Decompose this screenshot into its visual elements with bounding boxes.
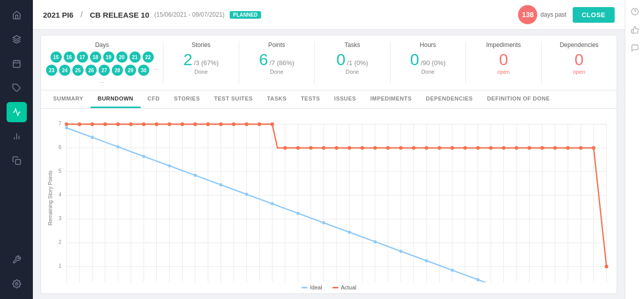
ideal-dot <box>65 126 68 129</box>
ideal-dot <box>451 269 454 272</box>
header: 2021 PI6 / CB RELEASE 10 (15/06/2021 - 0… <box>33 0 625 30</box>
wrench-icon[interactable] <box>7 250 27 270</box>
comment-icon[interactable] <box>627 40 642 56</box>
points-value: 6 <box>259 52 268 68</box>
actual-dot <box>373 146 377 150</box>
days-row-1: 15 16 17 18 19 20 21 22 <box>51 52 154 63</box>
ideal-dot <box>477 278 480 281</box>
tab-definition-of-done[interactable]: DEFINITION OF DONE <box>480 90 557 108</box>
actual-dot <box>142 122 146 126</box>
ideal-legend-label: Ideal <box>310 284 322 290</box>
right-sidebar <box>625 0 644 299</box>
tab-cfd[interactable]: CFD <box>141 90 167 108</box>
days-ellipsis: ... <box>100 78 104 84</box>
ideal-dot <box>271 202 274 205</box>
actual-dot <box>155 122 158 126</box>
actual-dot <box>103 122 107 126</box>
thumbs-up-icon[interactable] <box>627 22 642 37</box>
ideal-dot <box>399 250 402 253</box>
ideal-line <box>67 128 517 282</box>
days-past-circle: 138 <box>518 5 537 24</box>
bar-chart-icon[interactable] <box>7 126 27 146</box>
days-section: Days 15 16 17 18 19 20 21 22 23 24 25 26… <box>41 41 163 84</box>
actual-dot <box>116 122 120 126</box>
actual-dot <box>78 122 81 126</box>
actual-dot <box>476 146 480 150</box>
tasks-value-row: 0 /1 (0%) <box>336 52 368 68</box>
points-done: Done <box>270 69 283 75</box>
days-past-label: days past <box>540 11 566 18</box>
home-icon[interactable] <box>7 5 27 25</box>
days-more: ... <box>153 65 158 71</box>
tab-test-suites[interactable]: TEST SUITES <box>207 90 260 108</box>
impediments-title: Impediments <box>486 41 521 48</box>
header-right: 138 days past CLOSE <box>518 5 615 24</box>
activity-icon[interactable] <box>7 102 27 122</box>
hours-title: Hours <box>420 41 436 48</box>
actual-dot <box>193 122 197 126</box>
puzzle-icon[interactable] <box>7 78 27 98</box>
day-20: 20 <box>116 52 127 63</box>
actual-dot <box>335 146 338 150</box>
help-icon[interactable] <box>627 4 642 19</box>
stories-value-row: 2 /3 (67%) <box>183 52 219 68</box>
actual-legend-label: Actual <box>341 284 357 290</box>
impediments-value: 0 <box>499 52 508 68</box>
day-15: 15 <box>51 52 62 63</box>
actual-dot <box>65 122 68 126</box>
actual-dot <box>463 146 467 150</box>
ideal-dot <box>348 231 351 234</box>
actual-dot <box>502 146 505 150</box>
copy-icon[interactable] <box>7 151 27 171</box>
days-title: Days <box>95 41 109 48</box>
layers-icon[interactable] <box>7 29 27 49</box>
day-24: 24 <box>59 65 70 76</box>
points-total: /7 (86%) <box>270 59 294 67</box>
tasks-value: 0 <box>336 52 346 68</box>
ideal-dot <box>194 174 197 177</box>
tab-impediments[interactable]: IMPEDIMENTS <box>363 90 419 108</box>
tab-dependencies[interactable]: DEPENDENCIES <box>419 90 480 108</box>
calendar-icon[interactable] <box>7 54 27 74</box>
svg-text:7: 7 <box>59 121 62 126</box>
tasks-done: Done <box>346 69 359 75</box>
actual-dot <box>438 146 441 150</box>
actual-dot <box>296 146 299 150</box>
actual-dot <box>283 146 287 150</box>
dependencies-title: Dependencies <box>560 41 598 48</box>
ideal-dot <box>373 240 376 243</box>
dependencies-section: Dependencies 0 open <box>542 41 617 84</box>
main-content: 2021 PI6 / CB RELEASE 10 (15/06/2021 - 0… <box>33 0 625 299</box>
tab-stories[interactable]: STORIES <box>167 90 207 108</box>
legend-ideal: Ideal <box>302 284 322 290</box>
svg-text:Remaining Story Points: Remaining Story Points <box>48 170 53 225</box>
tab-tasks[interactable]: TASKS <box>260 90 294 108</box>
tasks-section: Tasks 0 /1 (0%) Done <box>315 41 390 84</box>
ideal-dot <box>142 155 145 158</box>
tab-tests[interactable]: TESTS <box>294 90 327 108</box>
svg-text:4: 4 <box>59 192 62 197</box>
actual-dot <box>361 146 364 150</box>
actual-dot <box>514 146 518 150</box>
actual-legend-dot <box>332 287 338 288</box>
tab-issues[interactable]: ISSUES <box>327 90 363 108</box>
hours-total: /90 (0%) <box>421 59 446 67</box>
dependencies-value: 0 <box>575 52 584 68</box>
day-17: 17 <box>77 52 88 63</box>
actual-dot <box>412 146 415 150</box>
day-29: 29 <box>125 65 136 76</box>
ideal-legend-dot <box>302 287 308 288</box>
settings-icon[interactable] <box>7 274 27 294</box>
chart-wrapper: 7 6 5 4 3 2 1 Remaining Story Point <box>46 114 612 282</box>
close-button[interactable]: CLOSE <box>573 7 615 23</box>
svg-text:5: 5 <box>59 168 62 174</box>
impediments-label: open <box>497 69 509 75</box>
release-title: CB RELEASE 10 <box>90 11 150 19</box>
tab-summary[interactable]: SUMMARY <box>46 90 91 108</box>
tab-burndown[interactable]: BURNDOWN <box>91 90 141 108</box>
day-22: 22 <box>143 52 154 63</box>
actual-dot <box>540 146 544 150</box>
impediments-section: Impediments 0 open <box>466 41 541 84</box>
actual-dot <box>181 122 184 126</box>
ideal-dot <box>116 145 119 148</box>
